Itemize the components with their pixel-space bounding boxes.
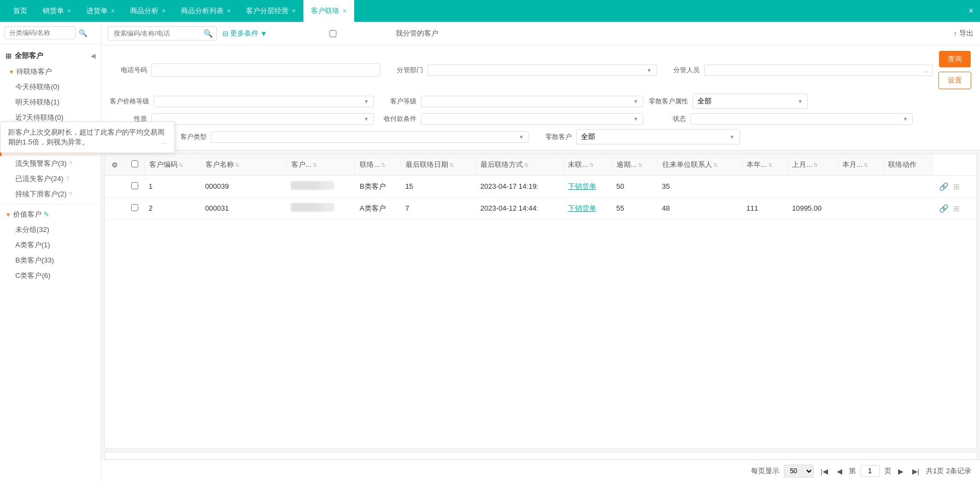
page-size-select[interactable]: 10 20 50 100 (784, 464, 814, 478)
row2-related: 111 (742, 198, 788, 219)
last-page-btn[interactable]: ▶| (910, 466, 922, 477)
sidebar-waiting-contact-group[interactable]: ▼ 待联络客户 (0, 64, 101, 79)
row2-menu-icon[interactable]: ⊞ (953, 204, 960, 213)
nav-product-analysis-close[interactable]: × (162, 7, 166, 15)
filter-customer-type-select[interactable]: ▼ (211, 131, 529, 143)
first-page-btn[interactable]: |◀ (818, 466, 830, 477)
filter-retail-select[interactable]: 全部 ▼ (576, 129, 740, 144)
retail-attr-caret-icon: ▼ (797, 98, 803, 104)
col-last-month[interactable]: 上月...⇅ (788, 154, 838, 176)
my-customers-checkbox[interactable]: 我分管的客户 (273, 28, 438, 38)
settings-button[interactable]: 设置 (938, 72, 971, 89)
nav-sales-close[interactable]: × (67, 7, 71, 15)
nav-sales[interactable]: 销货单 × (35, 0, 79, 22)
row2-link-icon[interactable]: 🔗 (939, 204, 948, 213)
filter-level-select[interactable]: ▼ (421, 96, 643, 107)
row1-link-icon[interactable]: 🔗 (939, 182, 948, 191)
col-overdue[interactable]: 逾期...⇅ (612, 154, 658, 176)
col-this-month[interactable]: 本月...⇅ (838, 154, 884, 176)
row2-overdue: 48 (658, 198, 742, 219)
sidebar-tomorrow[interactable]: 明天待联络(1) (0, 95, 101, 110)
col-type[interactable]: 客户...⇅ (286, 154, 355, 176)
sidebar-c-class[interactable]: C类客户(6) (0, 268, 101, 283)
row2-uncontacted: 55 (612, 198, 658, 219)
filter-gender-select[interactable]: ▼ (151, 113, 374, 125)
row2-method-link[interactable]: 下销货单 (568, 204, 596, 212)
horizontal-scrollbar[interactable] (104, 452, 977, 460)
row1-method-link[interactable]: 下销货单 (568, 182, 596, 190)
select-all-checkbox[interactable] (131, 160, 138, 167)
col-last-method[interactable]: 最后联络方式⇅ (476, 154, 564, 176)
col-uncontacted[interactable]: 未联...⇅ (564, 154, 612, 176)
row1-menu-icon[interactable]: ⊞ (953, 182, 960, 191)
col-code[interactable]: 客户编码⇅ (144, 154, 201, 176)
sidebar-a-class[interactable]: A类客户(1) (0, 237, 101, 253)
nav-purchase[interactable]: 进货单 × (79, 0, 122, 22)
row2-checkbox[interactable] (131, 204, 138, 211)
next-page-btn[interactable]: ▶ (896, 466, 906, 477)
page-input[interactable] (860, 465, 880, 477)
edit-icon[interactable]: ✎ (44, 211, 49, 218)
filter-payment-select[interactable]: ▼ (421, 113, 643, 125)
sidebar-today[interactable]: 今天待联络(0) (0, 79, 101, 95)
sort-overdue-icon: ⇅ (638, 162, 642, 168)
col-check[interactable] (125, 154, 144, 176)
filter-dept-select[interactable]: ▼ (427, 65, 656, 76)
sidebar-b-class[interactable]: B类客户(33) (0, 253, 101, 268)
sidebar-search-area: 🔍 (0, 22, 101, 44)
col-related[interactable]: 往来单位联系人⇅ (658, 154, 742, 176)
declining-info-icon[interactable]: ? (69, 191, 72, 198)
sidebar-collapse-icon[interactable]: ◀ (91, 53, 95, 60)
row1-last-date: 2023-04-17 14:19: (476, 176, 564, 198)
nav-product-analysis[interactable]: 商品分析 × (122, 0, 173, 22)
already-lost-info-icon[interactable]: ? (66, 176, 69, 182)
tooltip-more-icon[interactable]: ... (161, 137, 167, 146)
nav-product-list[interactable]: 商品分析列表 × (173, 0, 238, 22)
sidebar-search-icon[interactable]: 🔍 (79, 29, 87, 37)
col-this-year[interactable]: 本年...⇅ (742, 154, 788, 176)
prev-page-btn[interactable]: ◀ (835, 466, 844, 477)
filter-status-select[interactable]: ▼ (690, 113, 913, 125)
search-icon[interactable]: 🔍 (203, 29, 213, 38)
col-last-date[interactable]: 最后联络日期⇅ (401, 154, 476, 176)
sidebar-all-customers[interactable]: ⊞ 全部客户 ◀ (0, 48, 101, 64)
row1-name (286, 176, 355, 198)
row2-check[interactable] (125, 198, 144, 219)
sidebar-lost-pre[interactable]: 流失预警客户(3) ? (0, 156, 101, 171)
person-caret-icon: ... (924, 67, 928, 73)
nav-product-list-close[interactable]: × (227, 7, 231, 15)
filter-person-select[interactable]: ... (704, 65, 933, 76)
sidebar-search-input[interactable] (4, 26, 75, 39)
search-input[interactable] (108, 26, 217, 40)
sidebar-ungrouped[interactable]: 未分组(32) (0, 222, 101, 237)
sidebar-already-lost[interactable]: 已流失客户(24) ? (0, 171, 101, 187)
col-name[interactable]: 客户名称⇅ (201, 154, 286, 176)
main-layout: 🔍 ⊞ 全部客户 ◀ ▼ 待联络客户 今天待联络(0) 明天待联络(1) 近7天… (0, 22, 980, 482)
row1-check[interactable] (125, 176, 144, 198)
nav-purchase-close[interactable]: × (111, 7, 115, 15)
filter-phone-input[interactable] (151, 63, 380, 77)
sidebar-value-customers-group[interactable]: ▼ 价值客户 ✎ (0, 207, 101, 222)
nav-customer-tier[interactable]: 客户分层经营 × (238, 0, 303, 22)
lost-pre-info-icon[interactable]: ? (69, 160, 72, 167)
query-button[interactable]: 查询 (939, 51, 971, 67)
nav-customer-tier-close[interactable]: × (292, 7, 296, 15)
export-button[interactable]: ↑ 导出 (954, 28, 974, 38)
col-contact[interactable]: 联络...⇅ (355, 154, 401, 176)
filter-price-level-select[interactable]: ▼ (154, 96, 374, 107)
filter-buttons: 查询 设置 (938, 51, 971, 89)
sidebar-declining[interactable]: 持续下滑客户(2) ? (0, 187, 101, 202)
window-close-icon[interactable]: × (969, 6, 973, 16)
filter-status-label: 状态 (649, 114, 686, 124)
row2-name (286, 198, 355, 219)
col-settings[interactable]: ⚙ (105, 154, 125, 176)
nav-customer-contact-close[interactable]: × (343, 7, 347, 15)
filter-retail-attr-label: 零散客户属性 (649, 97, 688, 106)
nav-customer-contact[interactable]: 客户联络 × (303, 0, 354, 22)
sidebar-content: ⊞ 全部客户 ◀ ▼ 待联络客户 今天待联络(0) 明天待联络(1) 近7天待联… (0, 44, 101, 482)
more-conditions-btn[interactable]: ⊟ 更多条件 ▼ (222, 28, 267, 38)
my-customers-check[interactable] (273, 30, 393, 37)
filter-retail-attr-select[interactable]: 全部 ▼ (693, 94, 808, 109)
row1-checkbox[interactable] (131, 182, 138, 189)
nav-home[interactable]: 首页 (5, 0, 35, 22)
